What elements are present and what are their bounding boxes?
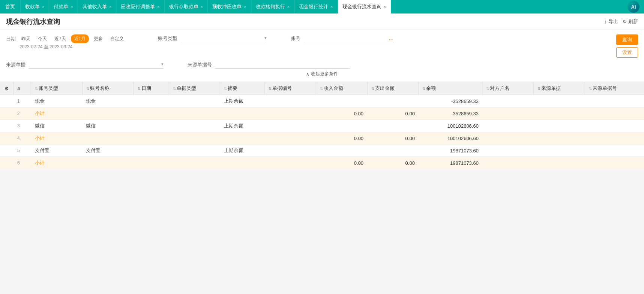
account-input-wrapper: ... bbox=[303, 34, 393, 42]
nav-tab-adjustment[interactable]: 应收应付调整单 × bbox=[116, 0, 164, 13]
date-btn-more[interactable]: 更多 bbox=[91, 34, 105, 43]
col-doc-no[interactable]: ⇅单据编号 bbox=[265, 82, 316, 95]
table-cell: 19871073.60 bbox=[419, 145, 482, 157]
nav-tab-advance[interactable]: 预收冲应收单 × bbox=[208, 0, 251, 13]
table-row: 4小计0.000.00100102606.60 bbox=[0, 132, 644, 145]
nav-tab-stats-close[interactable]: × bbox=[330, 4, 333, 9]
nav-tab-receipt[interactable]: 收款单 × bbox=[21, 0, 49, 13]
col-account-type[interactable]: ⇅账号类型 bbox=[31, 82, 83, 95]
table-cell bbox=[482, 157, 534, 169]
table-cell: 上期余额 bbox=[220, 120, 265, 132]
search-button[interactable]: 查询 bbox=[616, 34, 638, 45]
nav-tab-payment-close[interactable]: × bbox=[71, 4, 73, 9]
nav-tab-bank-deposit[interactable]: 银行存取款单 × bbox=[165, 0, 208, 13]
table-cell bbox=[0, 107, 14, 120]
nav-tab-receipt-label: 收款单 bbox=[25, 3, 40, 10]
table-cell bbox=[134, 132, 169, 145]
nav-tab-verify[interactable]: 收款核销执行 × bbox=[251, 0, 294, 13]
table-cell bbox=[169, 157, 220, 169]
page-title: 现金银行流水查询 bbox=[6, 17, 60, 26]
nav-tab-advance-label: 预收冲应收单 bbox=[212, 3, 242, 10]
table-cell bbox=[482, 95, 534, 107]
date-btn-1month[interactable]: 近1月 bbox=[71, 34, 89, 43]
settings-button[interactable]: 设置 bbox=[616, 47, 638, 58]
account-input[interactable] bbox=[303, 34, 387, 42]
table-cell bbox=[534, 145, 585, 157]
table-cell bbox=[220, 107, 265, 120]
table-cell: 微信 bbox=[82, 120, 134, 132]
source-doc-num-input[interactable] bbox=[215, 61, 350, 68]
refresh-label: 刷新 bbox=[628, 18, 638, 25]
nav-home[interactable]: 首页 bbox=[0, 0, 21, 13]
table-cell: 0.00 bbox=[367, 107, 419, 120]
collapse-button[interactable]: ∧ 收起更多条件 bbox=[306, 71, 338, 77]
table-cell bbox=[482, 145, 534, 157]
account-type-input[interactable] bbox=[180, 34, 263, 42]
date-btn-7days[interactable]: 近7天 bbox=[52, 34, 69, 43]
table-cell bbox=[585, 157, 644, 169]
col-counterparty[interactable]: ⇅对方户名 bbox=[482, 82, 534, 95]
table-row: 3微信微信上期余额100102606.60 bbox=[0, 120, 644, 132]
table-cell: 0.00 bbox=[316, 132, 367, 145]
table-cell bbox=[134, 95, 169, 107]
col-gear[interactable]: ⚙ bbox=[0, 82, 14, 95]
table-cell: 6 bbox=[14, 157, 31, 169]
source-doc-num-label: 来源单据号 bbox=[188, 61, 212, 68]
nav-tab-adjustment-close[interactable]: × bbox=[157, 4, 159, 9]
table-cell bbox=[316, 120, 367, 132]
ai-avatar[interactable]: Ai bbox=[627, 1, 639, 13]
nav-tab-flow-label: 现金银行流水查询 bbox=[342, 3, 381, 10]
date-btn-custom[interactable]: 自定义 bbox=[108, 34, 126, 43]
table-cell bbox=[169, 95, 220, 107]
col-num: # bbox=[14, 82, 31, 95]
nav-tab-flow[interactable]: 现金银行流水查询 × bbox=[338, 0, 391, 13]
header-row: ⚙ # ⇅账号类型 ⇅账号名称 ⇅日期 ⇅单据类型 ⇅摘要 ⇅单据编号 ⇅收入金… bbox=[0, 82, 644, 95]
source-doc-select[interactable]: ▾ bbox=[29, 61, 164, 69]
nav-tab-verify-label: 收款核销执行 bbox=[256, 3, 285, 10]
collapse-bar: ∧ 收起更多条件 bbox=[6, 71, 638, 77]
col-expense[interactable]: ⇅支出金额 bbox=[367, 82, 419, 95]
col-income[interactable]: ⇅收入金额 bbox=[316, 82, 367, 95]
nav-tab-bank-deposit-close[interactable]: × bbox=[201, 4, 203, 9]
nav-tab-receipt-close[interactable]: × bbox=[42, 4, 44, 9]
date-range-display: 2023-02-24 至 2023-03-24 bbox=[20, 44, 72, 49]
source-doc-chevron: ▾ bbox=[161, 62, 164, 67]
date-btn-yesterday[interactable]: 昨天 bbox=[19, 34, 33, 43]
col-source-doc-no[interactable]: ⇅来源单据号 bbox=[585, 82, 644, 95]
table-cell bbox=[220, 157, 265, 169]
nav-tab-stats[interactable]: 现金银行统计 × bbox=[294, 0, 338, 13]
table-cell bbox=[265, 120, 316, 132]
table-cell bbox=[0, 120, 14, 132]
filter-row-2: 来源单据 ▾ 来源单据号 bbox=[6, 61, 638, 69]
account-dots-btn[interactable]: ... bbox=[389, 35, 393, 42]
collapse-label: 收起更多条件 bbox=[311, 71, 338, 77]
date-quick-btns: 昨天 今天 近7天 近1月 更多 自定义 bbox=[19, 34, 126, 43]
date-btn-today[interactable]: 今天 bbox=[35, 34, 50, 43]
refresh-button[interactable]: ↻ 刷新 bbox=[623, 18, 638, 25]
table-container: ⚙ # ⇅账号类型 ⇅账号名称 ⇅日期 ⇅单据类型 ⇅摘要 ⇅单据编号 ⇅收入金… bbox=[0, 82, 644, 169]
nav-tab-flow-close[interactable]: × bbox=[384, 4, 386, 9]
nav-tab-other-income[interactable]: 其他收入单 × bbox=[78, 0, 116, 13]
col-source-doc[interactable]: ⇅来源单据 bbox=[534, 82, 585, 95]
col-doc-type[interactable]: ⇅单据类型 bbox=[169, 82, 220, 95]
table-cell: 小计 bbox=[31, 132, 83, 145]
table-cell bbox=[134, 157, 169, 169]
nav-tab-advance-close[interactable]: × bbox=[244, 4, 246, 9]
table-cell bbox=[534, 95, 585, 107]
table-cell: 5 bbox=[14, 145, 31, 157]
export-button[interactable]: ↑ 导出 bbox=[605, 18, 618, 25]
table-cell: 2 bbox=[14, 107, 31, 120]
table-cell bbox=[134, 107, 169, 120]
nav-tab-payment[interactable]: 付款单 × bbox=[49, 0, 78, 13]
col-summary[interactable]: ⇅摘要 bbox=[220, 82, 265, 95]
col-account-name[interactable]: ⇅账号名称 bbox=[82, 82, 134, 95]
account-type-select[interactable]: ▾ bbox=[180, 34, 267, 42]
source-doc-input[interactable] bbox=[29, 61, 160, 68]
col-balance[interactable]: ⇅余额 bbox=[419, 82, 482, 95]
nav-tab-verify-close[interactable]: × bbox=[287, 4, 290, 9]
account-type-label: 账号类型 bbox=[158, 35, 177, 42]
nav-tab-other-income-close[interactable]: × bbox=[109, 4, 111, 9]
col-date[interactable]: ⇅日期 bbox=[134, 82, 169, 95]
table-cell bbox=[534, 120, 585, 132]
refresh-icon: ↻ bbox=[623, 19, 627, 24]
